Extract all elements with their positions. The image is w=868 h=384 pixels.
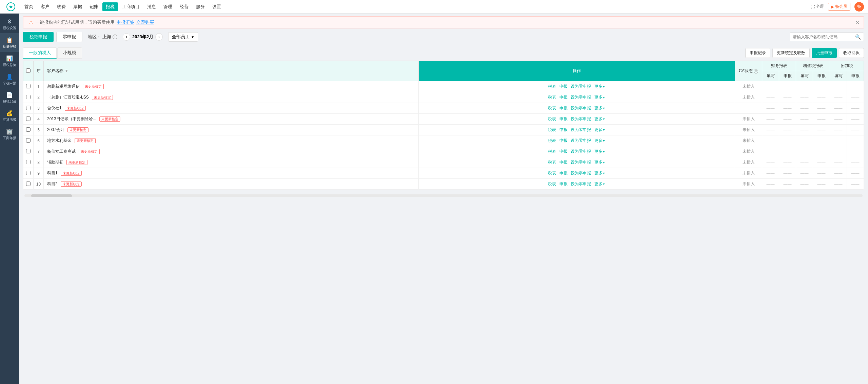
op-declare[interactable]: 申报 (559, 84, 568, 89)
nav-item-manage[interactable]: 管理 (160, 2, 176, 11)
tab-zero-declare[interactable]: 零申报 (56, 32, 82, 42)
op-zero-declare[interactable]: 设为零申报 (571, 160, 591, 165)
nav-item-home[interactable]: 首页 (21, 2, 37, 11)
tab-small-scale[interactable]: 小规模 (57, 47, 82, 59)
op-more[interactable]: 更多▼ (594, 84, 606, 89)
op-declare[interactable]: 申报 (559, 171, 568, 175)
fullscreen-button[interactable]: ⛶ 全屏 (811, 4, 824, 9)
row-checkbox[interactable] (26, 171, 31, 175)
declare-records-button[interactable]: 申报记录 (745, 48, 770, 58)
row-checkbox[interactable] (26, 95, 31, 99)
sidebar-item-settlement[interactable]: 💰 汇算清缴 (0, 107, 19, 125)
sidebar-item-annual-report[interactable]: 🏢 工商年报 (0, 125, 19, 143)
nav-item-service[interactable]: 服务 (193, 2, 208, 11)
op-zero-declare[interactable]: 设为零申报 (571, 84, 591, 89)
op-tax-form[interactable]: 税表 (548, 160, 556, 165)
ca-info-icon[interactable]: C (754, 69, 758, 73)
op-tax-form[interactable]: 税表 (548, 138, 556, 143)
sidebar-item-tax-records[interactable]: 📄 报税记录 (0, 88, 19, 107)
op-tax-form[interactable]: 税表 (548, 116, 556, 121)
banner-link-buy[interactable]: 立即购买 (136, 19, 154, 25)
row-checkbox[interactable] (26, 138, 31, 143)
row-checkbox[interactable] (26, 116, 31, 121)
nav-item-client[interactable]: 客户 (37, 2, 53, 11)
filter-bar: 税款申报 零申报 地区： 上海 i ‹ 2023年2月 › 全部员工 ▼ (19, 28, 868, 45)
region-value: 上海 (102, 34, 111, 40)
date-next-button[interactable]: › (155, 33, 163, 41)
annual-report-icon: 🏢 (6, 128, 13, 135)
collect-receipt-button[interactable]: 收取回执 (839, 48, 864, 58)
op-zero-declare[interactable]: 设为零申报 (571, 138, 591, 143)
horizontal-scrollbar[interactable] (23, 194, 864, 198)
banner-close-icon[interactable]: ✕ (855, 19, 860, 26)
sidebar-item-tax-overview[interactable]: 📊 报税总览 (0, 52, 19, 70)
op-declare[interactable]: 申报 (559, 95, 568, 100)
op-zero-declare[interactable]: 设为零申报 (571, 171, 591, 175)
nav-item-msg[interactable]: 消息 (144, 2, 159, 11)
op-declare[interactable]: 申报 (559, 182, 568, 186)
op-more[interactable]: 更多▼ (594, 127, 606, 132)
op-tax-form[interactable]: 税表 (548, 84, 556, 89)
op-tax-form[interactable]: 税表 (548, 106, 556, 110)
date-prev-button[interactable]: ‹ (123, 33, 130, 41)
search-icon[interactable]: 🔍 (855, 34, 861, 40)
op-tax-form[interactable]: 税表 (548, 182, 556, 186)
nav-item-settings[interactable]: 设置 (209, 2, 224, 11)
nav-item-tax[interactable]: 报税 (102, 2, 118, 11)
row-checkbox[interactable] (26, 182, 31, 186)
nav-item-biz[interactable]: 工商项目 (119, 2, 143, 11)
op-zero-declare[interactable]: 设为零申报 (571, 127, 591, 132)
sidebar-item-personal-tax[interactable]: 👤 个税申报 (0, 70, 19, 88)
nav-item-invoice[interactable]: 票据 (70, 2, 85, 11)
avatar[interactable]: 畅 (854, 2, 864, 12)
op-more[interactable]: 更多▼ (594, 149, 606, 154)
op-declare[interactable]: 申报 (559, 138, 568, 143)
op-tax-form[interactable]: 税表 (548, 95, 556, 100)
tab-tax-declare[interactable]: 税款申报 (23, 32, 54, 42)
op-zero-declare[interactable]: 设为零申报 (571, 149, 591, 154)
info-icon[interactable]: i (113, 35, 117, 39)
op-declare[interactable]: 申报 (559, 160, 568, 165)
op-tax-form[interactable]: 税表 (548, 149, 556, 154)
sidebar-label-annual-report: 工商年报 (3, 136, 16, 141)
op-declare[interactable]: 申报 (559, 149, 568, 154)
op-declare[interactable]: 申报 (559, 127, 568, 132)
sidebar-item-batch-tax[interactable]: 📋 批量报税 (0, 34, 19, 52)
op-more[interactable]: 更多▼ (594, 171, 606, 175)
op-tax-form[interactable]: 税表 (548, 171, 556, 175)
op-zero-declare[interactable]: 设为零申报 (571, 182, 591, 186)
search-input[interactable] (793, 35, 854, 39)
select-all-checkbox[interactable] (26, 68, 31, 73)
member-button[interactable]: ▶ 畅会员 (828, 3, 850, 10)
row-checkbox[interactable] (26, 106, 31, 110)
op-zero-declare[interactable]: 设为零申报 (571, 116, 591, 121)
op-more[interactable]: 更多▼ (594, 160, 606, 165)
op-zero-declare[interactable]: 设为零申报 (571, 95, 591, 100)
client-name: 科目2 (47, 182, 58, 186)
row-checkbox[interactable] (26, 149, 31, 153)
banner-link-report[interactable]: 申报汇签 (117, 19, 134, 25)
op-more[interactable]: 更多▼ (594, 106, 606, 110)
tab-general-taxpayer[interactable]: 一般的税人 (23, 47, 57, 59)
logo[interactable] (4, 0, 18, 14)
op-more[interactable]: 更多▼ (594, 95, 606, 100)
batch-tax-icon: 📋 (6, 37, 13, 43)
row-checkbox[interactable] (26, 160, 31, 164)
row-checkbox[interactable] (26, 127, 31, 132)
employee-select[interactable]: 全部员工 ▼ (168, 32, 198, 42)
row-checkbox[interactable] (26, 84, 31, 88)
nav-item-account[interactable]: 记账 (86, 2, 102, 11)
nav-item-fee[interactable]: 收费 (54, 2, 69, 11)
op-declare[interactable]: 申报 (559, 116, 568, 121)
batch-declare-button[interactable]: 批量申报 (812, 48, 837, 58)
op-more[interactable]: 更多▼ (594, 182, 606, 186)
op-declare[interactable]: 申报 (559, 106, 568, 110)
op-zero-declare[interactable]: 设为零申报 (571, 106, 591, 110)
op-tax-form[interactable]: 税表 (548, 127, 556, 132)
op-more[interactable]: 更多▼ (594, 116, 606, 121)
op-more[interactable]: 更多▼ (594, 138, 606, 143)
nav-item-biz2[interactable]: 经营 (176, 2, 192, 11)
sidebar-item-tax-settings[interactable]: ⚙ 报税设置 (0, 15, 19, 34)
sort-icon[interactable]: ▼ (64, 68, 68, 73)
update-settings-button[interactable]: 更新统定及取数 (772, 48, 810, 58)
